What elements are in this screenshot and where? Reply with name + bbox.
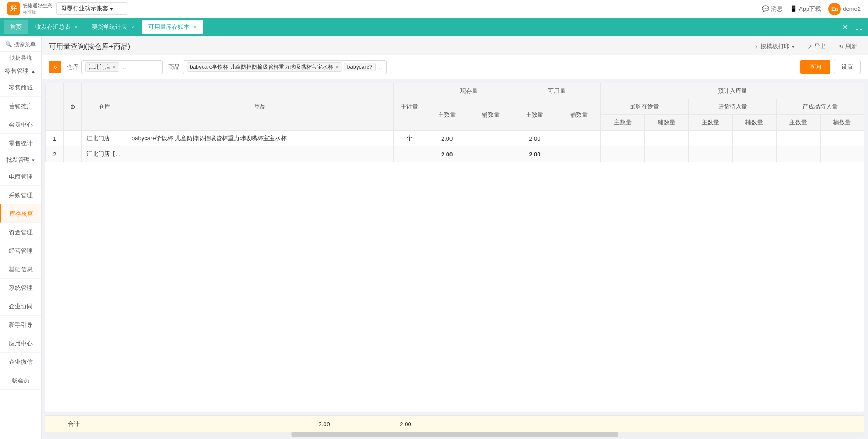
sidebar-item-enterprise-collab[interactable]: 企业协同 <box>0 297 41 316</box>
export-button[interactable]: ↗ 导出 <box>804 41 830 52</box>
sidebar-item-ecom-mgmt[interactable]: 电商管理 <box>0 167 41 186</box>
product-tag2-text: babycare? <box>347 64 373 70</box>
product-tag1: babycare学饮杯 儿童防摔防撞吸管杯重力球吸嘴杯宝宝水杯 ✕ <box>187 62 342 72</box>
export-icon: ↗ <box>807 43 812 50</box>
chevron-icon: ▲ <box>30 68 36 75</box>
sidebar-item-basic-info[interactable]: 基础信息 <box>0 260 41 279</box>
message-button[interactable]: 💬 消息 <box>762 5 783 13</box>
row2-avail-main: 2.00 <box>513 146 557 162</box>
search-icon: 🔍 <box>5 41 12 47</box>
close-all-tabs[interactable]: ✕ <box>840 22 850 33</box>
horizontal-scrollbar[interactable] <box>45 432 864 437</box>
row2-gear[interactable] <box>64 146 82 162</box>
template-print-button[interactable]: 🖨 按模板打印 ▾ <box>749 41 798 52</box>
row1-avail-aux <box>557 131 600 146</box>
logo-area: 好 畅捷通好生意 标准版 <box>7 2 52 15</box>
sidebar-item-marketing[interactable]: 营销推广 <box>0 97 41 115</box>
sidebar-ops-label: 经营管理 <box>9 247 33 255</box>
row1-purchase-main <box>601 131 645 146</box>
app-download-button[interactable]: 📱 App下载 <box>790 5 821 13</box>
sidebar-item-member[interactable]: 会员中心 <box>0 115 41 134</box>
page-actions: 🖨 按模板打印 ▾ ↗ 导出 ↻ 刷新 <box>749 41 861 52</box>
tab-home[interactable]: 首页 <box>4 20 28 34</box>
nav-tabs: 首页 收发存汇总表 ✕ 要货单统计表 ✕ 可用量库存账本 ✕ ✕ ⛶ <box>0 18 868 36</box>
tab-inventory-close[interactable]: ✕ <box>193 24 197 30</box>
sidebar: 🔍 搜索菜单 快捷导航 零售管理 ▲ 零售商城 营销推广 会员中心 零售统计 批… <box>0 36 42 439</box>
sidebar-purchase-label: 采购管理 <box>9 191 33 199</box>
message-label: 消息 <box>771 5 783 13</box>
sidebar-nav-label: 快捷导航 <box>10 55 32 61</box>
sidebar-item-purchase-mgmt[interactable]: 采购管理 <box>0 186 41 204</box>
product-filter-group: 商品 babycare学饮杯 儿童防摔防撞吸管杯重力球吸嘴杯宝宝水杯 ✕ bab… <box>168 60 387 74</box>
sidebar-item-finance-mgmt[interactable]: 资金管理 <box>0 223 41 241</box>
scrollbar-thumb[interactable] <box>291 432 619 437</box>
row2-product-aux <box>820 146 864 162</box>
product-more: ... <box>377 64 382 71</box>
tab-inventory[interactable]: 可用量库存账本 ✕ <box>142 20 203 34</box>
sidebar-quick-nav[interactable]: 快捷导航 <box>0 52 41 63</box>
tab-order-close[interactable]: ✕ <box>131 24 135 30</box>
app-download-label: App下载 <box>799 5 821 13</box>
page-title: 可用量查询(按仓库+商品) <box>49 42 130 52</box>
query-button[interactable]: 查询 <box>800 60 830 74</box>
sidebar-vip-label: 畅会员 <box>12 377 29 385</box>
sidebar-item-ops-mgmt[interactable]: 经营管理 <box>0 241 41 260</box>
th-product: 商品 <box>127 83 394 131</box>
sidebar-ecom-label: 电商管理 <box>9 173 33 181</box>
sidebar-basic-label: 基础信息 <box>9 265 33 274</box>
top-bar-left: 好 畅捷通好生意 标准版 母婴行业演示账套 ▾ <box>7 2 128 15</box>
user-profile[interactable]: Ea demo2 <box>828 3 861 15</box>
warehouse-tag-close[interactable]: ✕ <box>112 64 116 70</box>
page-header: 可用量查询(按仓库+商品) 🖨 按模板打印 ▾ ↗ 导出 ↻ 刷新 <box>42 36 868 55</box>
sidebar-item-retail-stat[interactable]: 零售统计 <box>0 134 41 152</box>
settings-button[interactable]: 设置 <box>834 60 861 74</box>
filter-area: » 仓库 江北门店 ✕ ... 商品 babycare学饮杯 儿童防摔防撞吸管杯… <box>42 55 868 79</box>
tab-payment[interactable]: 收发存汇总表 ✕ <box>29 20 85 34</box>
warehouse-tag-text: 江北门店 <box>89 63 110 71</box>
logo-sub: 标准版 <box>23 9 52 15</box>
row1-gear[interactable] <box>64 131 82 146</box>
th-index <box>46 83 64 131</box>
row1-stock-aux <box>469 131 513 146</box>
logo-text: 畅捷通好生意 <box>23 2 52 9</box>
row1-warehouse: 江北门店 <box>82 131 127 146</box>
sidebar-item-app-center[interactable]: 应用中心 <box>0 334 41 353</box>
sidebar-item-vip[interactable]: 畅会员 <box>0 371 41 390</box>
sidebar-item-sys-mgmt[interactable]: 系统管理 <box>0 279 41 297</box>
warehouse-more: ... <box>121 64 126 71</box>
row1-avail-main: 2.00 <box>513 131 557 146</box>
app-icon: 📱 <box>790 5 797 12</box>
th-settings[interactable]: ⚙ <box>64 83 82 131</box>
sidebar-item-retail-mgmt[interactable]: 零售管理 ▲ <box>0 63 41 78</box>
tab-order[interactable]: 要货单统计表 ✕ <box>85 20 141 34</box>
row2-warehouse: 江北门店【... <box>82 146 127 162</box>
row1-unit: 个 <box>393 131 425 146</box>
filter-actions: 查询 设置 <box>800 60 861 74</box>
tab-payment-close[interactable]: ✕ <box>74 24 78 30</box>
sidebar-item-wholesale-mgmt[interactable]: 批发管理 ▾ <box>0 152 41 167</box>
th-warehouse: 仓库 <box>82 83 127 131</box>
th-purchase-aux: 辅数量 <box>645 115 689 131</box>
sidebar-search[interactable]: 🔍 搜索菜单 <box>0 36 41 52</box>
refresh-button[interactable]: ↻ 刷新 <box>835 41 861 52</box>
product-filter-input[interactable]: babycare学饮杯 儿童防摔防撞吸管杯重力球吸嘴杯宝宝水杯 ✕ babyca… <box>183 60 387 74</box>
filter-toggle-button[interactable]: » <box>49 61 61 73</box>
industry-selector[interactable]: 母婴行业演示账套 ▾ <box>56 2 128 15</box>
row1-index: 1 <box>46 131 64 146</box>
sidebar-wholesale-label: 批发管理 <box>6 156 30 164</box>
sidebar-item-inventory-check[interactable]: 库存核算 <box>0 204 41 223</box>
table-container: ⚙ 仓库 商品 主计量 现存量 <box>45 83 864 412</box>
warehouse-filter-input[interactable]: 江北门店 ✕ ... <box>81 60 163 74</box>
sidebar-item-new-guide[interactable]: 新手引导 <box>0 316 41 334</box>
row1-inbound-main <box>689 131 732 146</box>
warehouse-filter-group: 仓库 江北门店 ✕ ... <box>67 60 163 74</box>
sidebar-search-label: 搜索菜单 <box>14 41 36 47</box>
sidebar-guide-label: 新手引导 <box>9 321 33 329</box>
sidebar-item-retail-mall[interactable]: 零售商城 <box>0 78 41 97</box>
fullscreen-icon[interactable]: ⛶ <box>854 22 864 32</box>
sidebar-retail-stat-label: 零售统计 <box>9 139 33 147</box>
product-tag1-close[interactable]: ✕ <box>335 64 339 70</box>
sidebar-item-enterprise-wechat[interactable]: 企业微信 <box>0 353 41 371</box>
sidebar-enterprise-label: 企业协同 <box>9 302 33 311</box>
th-purchase-transit: 采购在途量 <box>601 99 689 115</box>
